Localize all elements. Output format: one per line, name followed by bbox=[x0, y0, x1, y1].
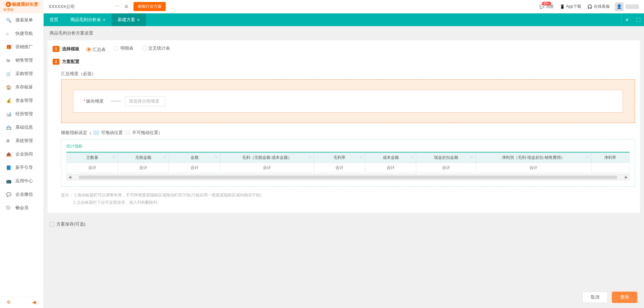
template-radio-2[interactable]: 交叉统计表 bbox=[142, 45, 170, 51]
sidebar-label-7: 经营管理 bbox=[15, 111, 33, 117]
sidebar-item-12[interactable]: 📺应用中心 bbox=[0, 174, 43, 188]
logo-text: 畅捷通好生意 bbox=[12, 1, 38, 7]
column-header-2[interactable]: 金额﹀ bbox=[169, 152, 220, 163]
sidebar-item-4[interactable]: 🛒采购管理 bbox=[0, 67, 43, 80]
column-header-6[interactable]: 现金折扣金额﹀ bbox=[416, 152, 476, 163]
avatar[interactable]: 👤 bbox=[615, 2, 624, 11]
sidebar-item-5[interactable]: 🏠库存核算 bbox=[0, 80, 43, 94]
tab-bar: 首页商品毛利分析表✕新建方案✕ ✕ ⛶ bbox=[44, 13, 644, 26]
template-radio-0[interactable]: 汇总表 bbox=[86, 47, 106, 53]
page-title: 商品毛利分析方案设置 bbox=[44, 26, 644, 40]
sidebar-label-12: 应用中心 bbox=[15, 178, 33, 184]
column-header-0[interactable]: 主数量﹀ bbox=[67, 152, 118, 163]
required-star: * bbox=[84, 99, 85, 104]
sidebar-item-0[interactable]: 🔍搜索菜单 bbox=[0, 13, 43, 27]
customer-service-link[interactable]: 🎧 在线客服 bbox=[587, 4, 610, 9]
sidebar-collapse-icon[interactable]: ◀| bbox=[32, 300, 37, 305]
column-header-3[interactable]: 毛利（无税金额-成本金额）﹀ bbox=[220, 152, 314, 163]
step-2-row: 2 方案配置 bbox=[53, 59, 635, 65]
sidebar-icon-1: ⌂ bbox=[6, 31, 12, 36]
sidebar-item-1[interactable]: ⌂快捷导航 bbox=[0, 27, 43, 40]
sidebar-item-11[interactable]: 📘新手引导 bbox=[0, 161, 43, 174]
sum-cell-8 bbox=[591, 163, 630, 173]
tips-block: 提示： 1.拖动标题栏可以调整布局，不可跨维度或指标区域拖动栏目字段(只能在同一… bbox=[61, 191, 635, 207]
sidebar-item-13[interactable]: 💬企业微信 bbox=[0, 188, 43, 201]
sidebar-icon-10: 📤 bbox=[6, 152, 12, 157]
horizontal-scrollbar[interactable]: ◀ ▶ bbox=[66, 174, 630, 180]
column-header-4[interactable]: 毛利率﹀ bbox=[314, 152, 365, 163]
sidebar-footer: ⚙ ◀| bbox=[0, 296, 43, 308]
sidebar-icon-7: 📊 bbox=[6, 112, 12, 117]
query-button[interactable]: 查询 bbox=[612, 292, 637, 303]
swatch-draggable bbox=[93, 130, 99, 135]
fullscreen-icon[interactable]: ⛶ bbox=[633, 13, 644, 26]
chevron-down-icon[interactable]: ﹀ bbox=[163, 155, 167, 160]
column-label-1: 无税金额 bbox=[135, 155, 151, 160]
sidebar-label-8: 基础信息 bbox=[15, 124, 33, 130]
column-header-5[interactable]: 成本金额﹀ bbox=[365, 152, 416, 163]
cancel-button[interactable]: 取消 bbox=[582, 292, 608, 303]
sidebar-icon-0: 🔍 bbox=[6, 18, 12, 23]
tip-1: 1.拖动标题栏可以调整布局，不可跨维度或指标区域拖动栏目字段(只能在同一维度或指… bbox=[74, 193, 261, 197]
sidebar-item-10[interactable]: 📤企业协同 bbox=[0, 147, 43, 161]
app-download-link[interactable]: 📱 App下载 bbox=[560, 4, 581, 9]
messages-link[interactable]: 💬 99+ 消息 bbox=[539, 4, 554, 9]
tab-label-2: 新建方案 bbox=[118, 17, 135, 23]
save-checkbox[interactable] bbox=[50, 222, 54, 227]
tab-2[interactable]: 新建方案✕ bbox=[112, 13, 146, 26]
sidebar-settings-icon[interactable]: ⚙ bbox=[7, 300, 11, 305]
sidebar-item-2[interactable]: 🎁营销推广 bbox=[0, 40, 43, 54]
tab-close-2[interactable]: ✕ bbox=[137, 18, 140, 22]
step-1-label: 选择模板 bbox=[62, 46, 79, 52]
settings-icon[interactable]: ⚙ bbox=[124, 4, 128, 9]
indicator-table: 主数量﹀无税金额﹀金额﹀毛利（无税金额-成本金额）﹀毛利率﹀成本金额﹀现金折扣金… bbox=[66, 152, 630, 173]
logo[interactable]: 6 畅捷通好生意 标准版 bbox=[0, 0, 44, 13]
column-label-2: 金额 bbox=[191, 155, 199, 160]
company-selector[interactable]: XXXXXX公司 ﹀ bbox=[49, 4, 119, 10]
chevron-down-icon[interactable]: ﹀ bbox=[470, 155, 474, 160]
app-download-label: App下载 bbox=[566, 4, 581, 9]
messages-badge: 99+ bbox=[542, 2, 551, 5]
column-header-7[interactable]: 净利润（毛利-现金折扣-销售费用）﹀ bbox=[476, 152, 591, 163]
sidebar-label-3: 销售管理 bbox=[15, 57, 33, 63]
step-1-badge: 1 bbox=[53, 46, 59, 52]
column-label-0: 主数量 bbox=[86, 155, 98, 160]
chevron-down-icon[interactable]: ﹀ bbox=[411, 155, 414, 160]
service-label: 在线客服 bbox=[594, 4, 610, 9]
radio-label-0: 汇总表 bbox=[93, 47, 106, 53]
chevron-down-icon[interactable]: ﹀ bbox=[112, 155, 116, 160]
sidebar-icon-4: 🛒 bbox=[6, 71, 12, 76]
sidebar-item-9[interactable]: ⚙系统管理 bbox=[0, 134, 43, 147]
chevron-down-icon[interactable]: ﹀ bbox=[360, 155, 363, 160]
sidebar-item-7[interactable]: 📊经营管理 bbox=[0, 107, 43, 121]
sidebar-item-3[interactable]: 🛍销售管理 bbox=[0, 54, 43, 67]
industry-plan-button[interactable]: 体验行业方案 bbox=[133, 2, 166, 11]
tab-0[interactable]: 首页 bbox=[44, 13, 64, 26]
tab-close-all-icon[interactable]: ✕ bbox=[621, 13, 633, 26]
tab-1[interactable]: 商品毛利分析表✕ bbox=[64, 13, 112, 26]
scroll-right-icon[interactable]: ▶ bbox=[623, 175, 629, 179]
indicator-legend: 模板指标设定（ 可拖动位置 不可拖动位置） bbox=[61, 130, 635, 136]
column-header-1[interactable]: 无税金额﹀ bbox=[118, 152, 169, 163]
stat-indicator-title: 统计指标 bbox=[66, 143, 630, 149]
sum-cell-6: 合计 bbox=[416, 163, 476, 173]
phone-icon: 📱 bbox=[560, 4, 565, 9]
swatch-nondraggable bbox=[124, 130, 130, 135]
scroll-left-icon[interactable]: ◀ bbox=[67, 175, 73, 179]
tab-close-1[interactable]: ✕ bbox=[103, 18, 106, 22]
step-1-row: 1 选择模板 汇总表明细表交叉统计表 bbox=[53, 45, 635, 53]
sidebar-item-8[interactable]: 📇基础信息 bbox=[0, 121, 43, 134]
group-dimension-input[interactable]: 请选择分组维度 bbox=[125, 96, 165, 106]
chevron-down-icon[interactable]: ﹀ bbox=[308, 155, 312, 160]
sidebar-item-14[interactable]: Ⓥ畅会员 bbox=[0, 201, 43, 214]
chevron-down-icon[interactable]: ﹀ bbox=[586, 155, 589, 160]
radio-label-1: 明细表 bbox=[120, 45, 133, 51]
template-radio-1[interactable]: 明细表 bbox=[114, 45, 133, 51]
vertical-dim-label: 纵向维度 bbox=[86, 98, 104, 104]
save-label: 方案保存(可选) bbox=[56, 221, 86, 227]
chevron-down-icon[interactable]: ﹀ bbox=[215, 155, 218, 160]
column-header-8[interactable]: 净利率 bbox=[591, 152, 630, 163]
scroll-thumb[interactable] bbox=[79, 176, 617, 179]
sidebar-item-6[interactable]: 💰资金管理 bbox=[0, 94, 43, 107]
sidebar-icon-11: 📘 bbox=[6, 165, 12, 170]
